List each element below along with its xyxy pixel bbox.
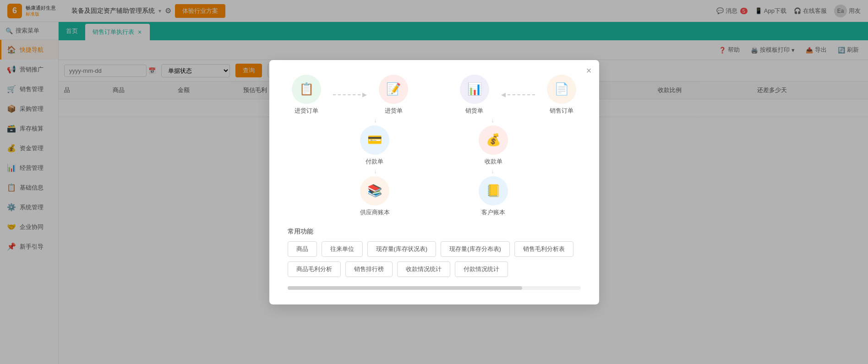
sales-bill-label: 销货单 <box>465 107 483 115</box>
spacer-pa <box>302 117 332 124</box>
arrow-down-supplier: ↓ <box>361 168 390 174</box>
btn-product[interactable]: 商品 <box>288 241 317 257</box>
flow-node-sales-bill: 📊 销货单 <box>460 75 489 115</box>
btn-payment-stats[interactable]: 付款情况统计 <box>455 261 508 277</box>
receipt-bill-label: 收款单 <box>485 158 502 166</box>
purchase-order-circle: 📋 <box>292 75 321 104</box>
common-functions-buttons: 商品 往来单位 现存量(库存状况表) 现存量(库存分布表) 销售毛利分析表 商品… <box>288 241 581 277</box>
btn-sales-margin[interactable]: 销售毛利分析表 <box>514 241 573 257</box>
flow-node-purchase-order: 📋 进货订单 <box>292 75 321 115</box>
btn-partner[interactable]: 往来单位 <box>322 241 363 257</box>
btn-product-margin[interactable]: 商品毛利分析 <box>288 261 341 277</box>
btn-receipt-stats[interactable]: 收款情况统计 <box>397 261 450 277</box>
btn-inventory-status[interactable]: 现存量(库存状况表) <box>367 241 437 257</box>
sales-bill-circle: 📊 <box>460 75 489 104</box>
flow-node-sales-order: 📄 销售订单 <box>547 75 576 115</box>
payment-bill-label: 付款单 <box>366 158 383 166</box>
purchase-bill-circle: 📝 <box>379 75 408 104</box>
flow-arrow-1: ▶ <box>333 91 367 98</box>
flow-arrows-down-row2: ↓ ↓ <box>288 166 581 176</box>
scroll-track[interactable] <box>288 286 581 290</box>
sales-order-label: 销售订单 <box>550 107 573 115</box>
btn-inventory-dist[interactable]: 现存量(库存分布表) <box>441 241 510 257</box>
scroll-area <box>288 286 581 290</box>
spacer-3b <box>420 168 449 174</box>
flow-row-3: 📚 供应商账本 📒 客户账本 <box>288 176 581 217</box>
payment-bill-circle: 💳 <box>360 125 389 155</box>
spacer-pc <box>537 117 566 124</box>
purchase-order-label: 进货订单 <box>295 107 318 115</box>
modal-body: 📋 进货订单 ▶ 📝 进货单 <box>269 60 599 304</box>
flow-node-purchase-bill: 📝 进货单 <box>379 75 408 115</box>
common-functions-section: 常用功能 商品 往来单位 现存量(库存状况表) 现存量(库存分布表) 销售毛利分… <box>288 228 581 277</box>
btn-sales-ranking[interactable]: 销售排行榜 <box>345 261 393 277</box>
spacer-pb <box>420 117 449 124</box>
flow-row-2: 💳 付款单 💰 收款单 <box>288 125 581 166</box>
flow-node-receipt-bill: 💰 收款单 <box>479 125 508 166</box>
modal-overlay[interactable]: × 📋 进货订单 ▶ <box>0 0 868 364</box>
common-functions-title: 常用功能 <box>288 228 581 236</box>
flow-node-supplier-ledger: 📚 供应商账本 <box>360 176 390 217</box>
receipt-bill-circle: 💰 <box>479 125 508 155</box>
modal-close-button[interactable]: × <box>586 65 592 76</box>
flow-arrow-2: ◀ <box>501 91 535 98</box>
customer-ledger-label: 客户账本 <box>481 208 505 217</box>
customer-ledger-circle: 📒 <box>479 176 508 206</box>
supplier-ledger-circle: 📚 <box>360 176 389 206</box>
flow-row-1: 📋 进货订单 ▶ 📝 进货单 <box>288 75 581 115</box>
arrow-down-receipt: ↓ <box>478 117 508 124</box>
flow-arrows-down-row: ↓ ↓ <box>288 115 581 125</box>
purchase-bill-label: 进货单 <box>385 107 403 115</box>
supplier-ledger-label: 供应商账本 <box>360 208 390 217</box>
spacer-3a <box>302 168 332 174</box>
flow-node-payment-bill: 💳 付款单 <box>360 125 389 166</box>
scroll-thumb <box>288 286 522 290</box>
flow-diagram: 📋 进货订单 ▶ 📝 进货单 <box>288 75 581 217</box>
modal: × 📋 进货订单 ▶ <box>269 60 599 304</box>
arrow-down-payment: ↓ <box>361 117 390 124</box>
flow-node-customer-ledger: 📒 客户账本 <box>479 176 508 217</box>
sales-order-circle: 📄 <box>547 75 576 104</box>
spacer-3c <box>537 168 566 174</box>
app-wrapper: 6 畅康通好生意 标准版 装备及固定资产辅助管理系统 ▾ ⚙ 体验行业方案 💬 … <box>0 0 868 364</box>
arrow-down-customer: ↓ <box>478 168 508 174</box>
